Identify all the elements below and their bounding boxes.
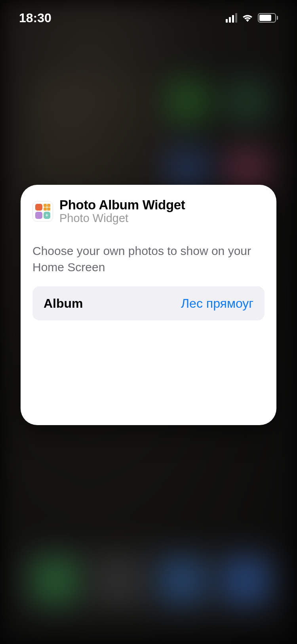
album-selector-row[interactable]: Album Лес прямоуг (32, 286, 265, 320)
status-icons (226, 12, 278, 23)
status-time: 18:30 (19, 11, 51, 25)
album-value: Лес прямоуг (181, 296, 253, 311)
modal-title: Photo Album Widget (59, 197, 185, 213)
status-bar: 18:30 (0, 0, 297, 36)
cellular-signal-icon (226, 13, 237, 23)
battery-icon (258, 13, 278, 23)
modal-description: Choose your own photos to show on your H… (21, 243, 276, 275)
wifi-icon (241, 12, 254, 23)
album-label: Album (44, 296, 83, 311)
app-icon: + (32, 201, 53, 222)
modal-header: + Photo Album Widget Photo Widget (21, 197, 276, 225)
widget-config-sheet[interactable]: + Photo Album Widget Photo Widget Choose… (21, 185, 276, 425)
modal-subtitle: Photo Widget (59, 212, 185, 225)
